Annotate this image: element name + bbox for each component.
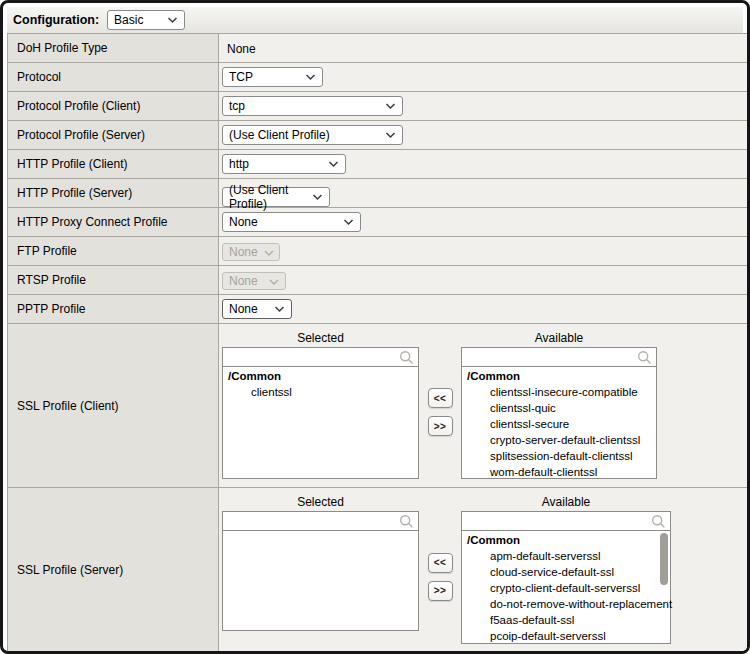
ssl-server-selected-list[interactable]	[222, 531, 419, 631]
list-item[interactable]: do-not-remove-without-replacement	[462, 596, 670, 612]
protocol-select-value: TCP	[229, 70, 253, 84]
ssl-client-available-search	[461, 347, 657, 367]
chevron-down-icon	[328, 157, 339, 171]
list-folder: /Common	[462, 367, 656, 384]
row-label: FTP Profile	[8, 237, 219, 266]
table-row: RTSP Profile None	[8, 266, 749, 295]
http-profile-server-select[interactable]: (Use Client Profile)	[222, 187, 330, 207]
http-proxy-connect-profile-select[interactable]: None	[222, 212, 361, 232]
table-row: PPTP Profile None	[8, 295, 749, 324]
ssl-client-selected-search	[222, 347, 419, 367]
chevron-down-icon	[269, 274, 279, 288]
list-item[interactable]: clientssl-insecure-compatible	[462, 384, 656, 400]
row-label: DoH Profile Type	[8, 34, 219, 63]
table-row: HTTP Profile (Server) (Use Client Profil…	[8, 179, 749, 208]
rtsp-profile-select: None	[222, 272, 286, 290]
row-label: PPTP Profile	[8, 295, 219, 324]
row-label: SSL Profile (Client)	[8, 324, 219, 488]
ssl-server-available-search	[461, 511, 671, 531]
ssl-server-move-in-button[interactable]: <<	[428, 553, 453, 573]
configuration-select-value: Basic	[114, 13, 143, 27]
table-row: SSL Profile (Server) Selected << >>	[8, 488, 749, 653]
ssl-server-move-out-button[interactable]: >>	[428, 581, 453, 601]
configuration-label: Configuration:	[13, 13, 99, 27]
ssl-client-dual-list: Selected /Common clientssl << >>	[222, 324, 748, 487]
list-folder: /Common	[223, 367, 418, 384]
row-label: HTTP Profile (Client)	[8, 150, 219, 179]
protocol-profile-client-value: tcp	[229, 99, 245, 113]
list-item[interactable]: clientssl-secure	[462, 416, 656, 432]
list-item[interactable]: clientssl	[223, 384, 418, 400]
table-row: DoH Profile Type None	[8, 34, 749, 63]
ssl-server-available-header: Available	[461, 495, 671, 511]
chevron-down-icon	[305, 70, 316, 84]
pptp-profile-value: None	[229, 302, 258, 316]
configuration-select[interactable]: Basic	[107, 10, 185, 30]
table-row: FTP Profile None	[8, 237, 749, 266]
scrollbar-thumb[interactable]	[660, 533, 668, 585]
protocol-profile-client-select[interactable]: tcp	[222, 96, 403, 116]
http-proxy-connect-profile-value: None	[229, 215, 258, 229]
doh-profile-type-value: None	[222, 42, 256, 56]
ssl-client-selected-list[interactable]: /Common clientssl	[222, 367, 419, 479]
list-item[interactable]: cloud-service-default-ssl	[462, 564, 670, 580]
row-label: Protocol Profile (Client)	[8, 92, 219, 121]
ssl-client-selected-search-input[interactable]	[223, 349, 396, 367]
row-label: SSL Profile (Server)	[8, 488, 219, 653]
table-row: Protocol Profile (Server) (Use Client Pr…	[8, 121, 749, 150]
row-label: HTTP Proxy Connect Profile	[8, 208, 219, 237]
row-label: Protocol	[8, 63, 219, 92]
http-profile-server-value: (Use Client Profile)	[229, 183, 306, 211]
list-item[interactable]: crypto-client-default-serverssl	[462, 580, 670, 596]
protocol-profile-server-value: (Use Client Profile)	[229, 128, 330, 142]
row-label: RTSP Profile	[8, 266, 219, 295]
chevron-down-icon	[264, 245, 274, 259]
list-item[interactable]: apm-default-serverssl	[462, 548, 670, 564]
ssl-client-available-header: Available	[461, 331, 657, 347]
http-profile-client-select[interactable]: http	[222, 154, 346, 174]
ftp-profile-value: None	[229, 245, 258, 259]
ssl-server-selected-search	[222, 511, 419, 531]
chevron-down-icon	[167, 13, 178, 27]
configuration-header: Configuration: Basic	[7, 7, 743, 33]
ssl-client-available-search-input[interactable]	[462, 349, 634, 367]
list-item[interactable]: clientssl-quic	[462, 400, 656, 416]
protocol-profile-server-select[interactable]: (Use Client Profile)	[222, 125, 403, 145]
chevron-down-icon	[274, 302, 285, 316]
ssl-client-selected-header: Selected	[222, 331, 419, 347]
table-row: HTTP Proxy Connect Profile None	[8, 208, 749, 237]
table-row: SSL Profile (Client) Selected /Common cl…	[8, 324, 749, 488]
chevron-down-icon	[385, 99, 396, 113]
http-profile-client-value: http	[229, 157, 249, 171]
ssl-server-available-search-input[interactable]	[462, 513, 648, 531]
list-item[interactable]: f5aas-default-ssl	[462, 612, 670, 628]
ssl-client-available-list[interactable]: /Common clientssl-insecure-compatible cl…	[461, 367, 657, 479]
ssl-client-move-in-button[interactable]: <<	[428, 388, 453, 408]
table-row: Protocol TCP	[8, 63, 749, 92]
list-folder: /Common	[462, 531, 670, 548]
list-item[interactable]: splitsession-default-clientssl	[462, 448, 656, 464]
configuration-table: DoH Profile Type None Protocol TCP Proto…	[7, 33, 749, 653]
list-item[interactable]: wom-default-clientssl	[462, 464, 656, 479]
ssl-server-selected-header: Selected	[222, 495, 419, 511]
row-label: HTTP Profile (Server)	[8, 179, 219, 208]
ssl-server-selected-search-input[interactable]	[223, 513, 396, 531]
list-item[interactable]: pcoip-default-serverssl	[462, 628, 670, 644]
protocol-select[interactable]: TCP	[222, 67, 323, 87]
pptp-profile-select[interactable]: None	[222, 299, 292, 319]
chevron-down-icon	[343, 215, 354, 229]
row-label: Protocol Profile (Server)	[8, 121, 219, 150]
table-row: Protocol Profile (Client) tcp	[8, 92, 749, 121]
list-item[interactable]: crypto-server-default-clientssl	[462, 432, 656, 448]
chevron-down-icon	[312, 190, 323, 204]
ssl-client-move-out-button[interactable]: >>	[428, 416, 453, 436]
rtsp-profile-value: None	[229, 274, 258, 288]
ssl-server-available-list[interactable]: /Common apm-default-serverssl cloud-serv…	[461, 531, 671, 644]
configuration-panel: Configuration: Basic DoH Profile Type No…	[0, 0, 750, 654]
ftp-profile-select: None	[222, 243, 280, 261]
table-row: HTTP Profile (Client) http	[8, 150, 749, 179]
ssl-server-dual-list: Selected << >> Available	[222, 488, 748, 652]
chevron-down-icon	[385, 128, 396, 142]
